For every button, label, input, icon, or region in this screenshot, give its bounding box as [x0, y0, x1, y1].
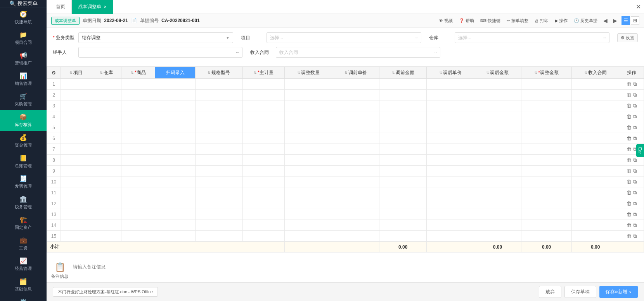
row-before-amount[interactable] [379, 90, 427, 100]
row-adjust-qty[interactable] [285, 133, 332, 144]
row-copy-icon[interactable]: ⧉ [633, 179, 637, 185]
row-after-price[interactable] [427, 166, 474, 176]
row-warehouse[interactable] [91, 187, 121, 198]
operate-btn[interactable]: ▶ 操作 [553, 17, 569, 24]
row-spec[interactable] [195, 122, 242, 133]
row-delete-icon[interactable]: 🗑 [627, 222, 632, 228]
row-delete-icon[interactable]: 🗑 [627, 233, 632, 239]
row-unit[interactable] [242, 166, 285, 176]
row-delete-icon[interactable]: 🗑 [627, 190, 632, 195]
row-income-contract[interactable] [572, 231, 619, 242]
row-copy-icon[interactable]: ⧉ [633, 103, 637, 109]
row-before-amount[interactable] [379, 187, 427, 198]
row-before-price[interactable] [332, 209, 379, 220]
tab-home[interactable]: 首页 [50, 0, 72, 14]
right-edge-tab[interactable]: Ear [636, 144, 644, 157]
row-spec[interactable] [195, 144, 242, 155]
row-copy-icon[interactable]: ⧉ [633, 201, 637, 207]
row-adjust-amount[interactable] [521, 90, 571, 100]
row-income-contract[interactable] [572, 111, 619, 122]
row-income-contract[interactable] [572, 100, 619, 111]
row-project[interactable] [61, 198, 91, 209]
row-adjust-qty[interactable] [285, 231, 332, 242]
row-before-price[interactable] [332, 176, 379, 187]
row-delete-icon[interactable]: 🗑 [627, 135, 632, 141]
row-after-price[interactable] [427, 220, 474, 231]
grid-view-btn[interactable]: ⊞ [631, 16, 639, 25]
row-adjust-qty[interactable] [285, 198, 332, 209]
nav-prev-btn[interactable]: ◀ [602, 17, 609, 24]
row-project[interactable] [61, 166, 91, 176]
row-warehouse[interactable] [91, 144, 121, 155]
row-project[interactable] [61, 220, 91, 231]
handler-input[interactable]: ··· [78, 47, 242, 58]
row-warehouse[interactable] [91, 220, 121, 231]
row-warehouse[interactable] [91, 198, 121, 209]
row-delete-icon[interactable]: 🗑 [627, 179, 632, 185]
row-after-price[interactable] [427, 144, 474, 155]
row-adjust-amount[interactable] [521, 231, 571, 242]
row-adjust-qty[interactable] [285, 176, 332, 187]
row-warehouse[interactable] [91, 79, 121, 90]
row-product[interactable] [121, 209, 155, 220]
row-before-amount[interactable] [379, 220, 427, 231]
col-settings[interactable]: ⚙ [47, 67, 61, 79]
row-unit[interactable] [242, 220, 285, 231]
settings-button[interactable]: ⚙ 设置 [617, 33, 638, 42]
sidebar-item-salary[interactable]: 💼工资 [0, 234, 47, 254]
row-adjust-qty[interactable] [285, 155, 332, 166]
row-spec[interactable] [195, 198, 242, 209]
row-after-price[interactable] [427, 90, 474, 100]
shortcut-btn[interactable]: ⌨ 快捷键 [479, 17, 502, 24]
row-spec[interactable] [195, 231, 242, 242]
row-warehouse[interactable] [91, 209, 121, 220]
row-delete-icon[interactable]: 🗑 [627, 125, 632, 130]
row-project[interactable] [61, 122, 91, 133]
row-adjust-qty[interactable] [285, 100, 332, 111]
row-after-price[interactable] [427, 111, 474, 122]
sidebar-item-inventory[interactable]: 📦库存核算 [0, 110, 47, 131]
row-adjust-amount[interactable] [521, 166, 571, 176]
row-project[interactable] [61, 100, 91, 111]
row-scan[interactable] [155, 220, 196, 231]
row-income-contract[interactable] [572, 187, 619, 198]
row-copy-icon[interactable]: ⧉ [633, 125, 637, 131]
sidebar-item-operations[interactable]: 📈经营管理 [0, 254, 47, 275]
row-delete-icon[interactable]: 🗑 [627, 81, 632, 87]
row-copy-icon[interactable]: ⧉ [633, 157, 637, 163]
row-before-price[interactable] [332, 231, 379, 242]
sidebar-item-invoice-mgmt[interactable]: 🧾发票管理 [0, 172, 47, 192]
row-after-amount[interactable] [474, 100, 521, 111]
row-before-amount[interactable] [379, 166, 427, 176]
row-before-price[interactable] [332, 198, 379, 209]
row-adjust-amount[interactable] [521, 111, 571, 122]
col-scan[interactable]: 扫码录入 [155, 67, 196, 79]
row-before-price[interactable] [332, 122, 379, 133]
project-input[interactable]: 选择... ··· [267, 32, 421, 43]
row-project[interactable] [61, 90, 91, 100]
row-delete-icon[interactable]: 🗑 [627, 168, 632, 174]
window-close-button[interactable]: ✕ [636, 3, 641, 10]
row-product[interactable] [121, 133, 155, 144]
row-scan[interactable] [155, 155, 196, 166]
row-unit[interactable] [242, 79, 285, 90]
sidebar-item-sales-mgmt[interactable]: 📊销售管理 [0, 69, 47, 90]
row-adjust-amount[interactable] [521, 220, 571, 231]
footer-task-item[interactable]: 木门行业好业财处理方案-慕红红.doc - WPS Office [53, 287, 158, 297]
sidebar-item-purchase-mgmt[interactable]: 🛒采购管理 [0, 90, 47, 110]
row-income-contract[interactable] [572, 144, 619, 155]
row-project[interactable] [61, 231, 91, 242]
row-product[interactable] [121, 111, 155, 122]
row-unit[interactable] [242, 198, 285, 209]
row-product[interactable] [121, 198, 155, 209]
row-adjust-amount[interactable] [521, 122, 571, 133]
row-warehouse[interactable] [91, 100, 121, 111]
row-after-amount[interactable] [474, 155, 521, 166]
row-copy-icon[interactable]: ⧉ [633, 81, 637, 87]
sidebar-item-system-mgmt[interactable]: ⚙️系统管理 [0, 295, 47, 301]
tab-close-icon[interactable]: ✕ [104, 5, 107, 9]
row-after-price[interactable] [427, 198, 474, 209]
row-after-amount[interactable] [474, 144, 521, 155]
row-before-amount[interactable] [379, 209, 427, 220]
row-after-price[interactable] [427, 133, 474, 144]
